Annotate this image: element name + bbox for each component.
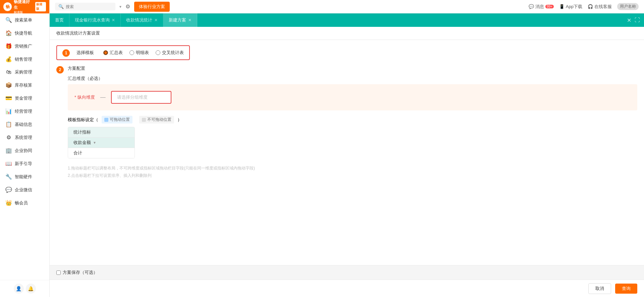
sidebar-item-quick-nav[interactable]: 🏠 快捷导航 xyxy=(0,27,49,40)
metrics-close-paren: ） xyxy=(177,117,182,123)
sidebar-item-member[interactable]: 👑 畅会员 xyxy=(0,196,49,209)
sidebar-item-guide[interactable]: 📖 新手引导 xyxy=(0,157,49,170)
save-checkbox[interactable] xyxy=(56,270,61,275)
metrics-section: 模板指标设定（ 可拖动位置 不可拖动位置 ） xyxy=(68,116,637,159)
search-chevron-icon[interactable]: ▾ xyxy=(119,4,121,9)
arrow-icon: — xyxy=(100,94,106,100)
sidebar-item-corp[interactable]: 🏢 企业协同 xyxy=(0,144,49,157)
sidebar-user-icon[interactable]: 👤 xyxy=(14,284,24,294)
template-selector: 1 选择模板 汇总表 明细表 交叉统计表 xyxy=(56,45,190,60)
radio-cross-input[interactable] xyxy=(156,50,160,55)
tab-close-all-icon[interactable]: ✕ xyxy=(627,17,631,23)
sidebar-item-label: 企业协同 xyxy=(15,148,32,154)
sidebar-item-label: 搜索菜单 xyxy=(15,17,32,23)
col-header-label: 收款金额 xyxy=(73,140,91,146)
content-area: 收款情况统计方案设置 1 选择模板 汇总表 明细表 xyxy=(50,27,644,280)
cancel-button[interactable]: 取消 xyxy=(588,283,611,294)
tabbar: 首页 现金银行流水查询 ✕ 收款情况统计 ✕ 新建方案 ✕ ✕ ⛶ xyxy=(50,13,644,27)
standard-badge: 标准版 xyxy=(35,2,46,11)
metrics-table-header: 统计指标 xyxy=(68,127,135,138)
sidebar-item-basic-info[interactable]: 📋 基础信息 xyxy=(0,118,49,131)
headset-icon: 🎧 xyxy=(588,4,593,9)
logo-text: 畅捷通好生 标准版 xyxy=(14,0,33,15)
tab-home[interactable]: 首页 xyxy=(50,13,69,27)
notification-btn[interactable]: 💬 消息 99+ xyxy=(529,4,554,10)
tab-receipt-stat[interactable]: 收款情况统计 ✕ xyxy=(121,13,163,27)
step2-section: 2 方案配置 汇总维度（必选） * 纵向维度 — 请选择分组维度 xyxy=(56,65,637,179)
tab-fullscreen-icon[interactable]: ⛶ xyxy=(635,17,640,23)
user-info[interactable]: 用户名称 xyxy=(617,3,639,10)
radio-cross[interactable]: 交叉统计表 xyxy=(156,50,184,56)
dimension-area: * 纵向维度 — 请选择分组维度 xyxy=(68,84,637,110)
sidebar-item-label: 系统管理 xyxy=(15,135,32,141)
step1-badge: 1 xyxy=(62,49,70,57)
tabbar-right: ✕ ⛶ xyxy=(627,17,644,23)
tab-close-new-plan[interactable]: ✕ xyxy=(188,18,192,22)
tab-bank-flow[interactable]: 现金银行流水查询 ✕ xyxy=(69,13,121,27)
radio-cross-label: 交叉统计表 xyxy=(162,50,184,56)
sidebar-item-search-menu[interactable]: 🔍 搜索菜单 xyxy=(0,13,49,27)
stats-indicator-label: 统计指标 xyxy=(73,129,91,135)
tab-close-bank-flow[interactable]: ✕ xyxy=(112,18,115,22)
box-icon: 📦 xyxy=(5,82,12,88)
industry-btn[interactable]: 体验行业方案 xyxy=(134,2,170,12)
sidebar-item-label: 营销推广 xyxy=(15,43,32,49)
crown-icon: 👑 xyxy=(5,200,12,206)
sidebar-item-label: 畅会员 xyxy=(15,200,28,206)
col-header-row[interactable]: 收款金额 ▾ xyxy=(68,138,135,148)
chat-icon: 💬 xyxy=(5,187,12,193)
sidebar-item-finance[interactable]: 💳 资金管理 xyxy=(0,92,49,105)
search-menu-icon: 🔍 xyxy=(5,17,12,23)
shopping-icon: 🛍 xyxy=(5,69,12,75)
sidebar-item-system[interactable]: ⚙ 系统管理 xyxy=(0,131,49,144)
online-service-btn[interactable]: 🎧 在线客服 xyxy=(588,4,612,10)
sidebar-item-label: 经营管理 xyxy=(15,108,32,114)
sidebar: 畅 畅捷通好生 标准版 标准版 🔍 搜索菜单 🏠 快捷导航 🎁 营销推广 💰 销… xyxy=(0,0,50,297)
chart-icon: 📊 xyxy=(5,108,12,114)
building-icon: 🏢 xyxy=(5,147,12,154)
sidebar-bottom: 👤 🔔 xyxy=(0,280,49,297)
main-area: 🔍 ▾ ⚙ 体验行业方案 💬 消息 99+ 📱 App下载 🎧 在线客服 用户名… xyxy=(50,0,644,297)
wrench-icon: 🔧 xyxy=(5,174,12,180)
col-header-chevron-icon[interactable]: ▾ xyxy=(94,140,96,145)
tab-new-plan[interactable]: 新建方案 ✕ xyxy=(163,13,197,27)
page-body: 1 选择模板 汇总表 明细表 交叉统计表 xyxy=(50,40,644,265)
radio-detail[interactable]: 明细表 xyxy=(129,50,149,56)
radio-detail-input[interactable] xyxy=(129,50,134,55)
logo-icon: 畅 xyxy=(3,2,12,11)
query-button[interactable]: 查询 xyxy=(615,284,637,294)
tips-section: 1.拖动标题栏可以调整布局，不可跨维度或指标区域拖动栏目字段(只能在同一维度或指… xyxy=(68,165,637,179)
sidebar-item-sales[interactable]: 💰 销售管理 xyxy=(0,53,49,66)
save-label: 方案保存（可选） xyxy=(63,269,98,276)
save-checkbox-label[interactable]: 方案保存（可选） xyxy=(56,269,98,276)
topbar: 🔍 ▾ ⚙ 体验行业方案 💬 消息 99+ 📱 App下载 🎧 在线客服 用户名… xyxy=(50,0,644,13)
sidebar-item-inventory[interactable]: 📦 库存核算 xyxy=(0,79,49,92)
sidebar-item-label: 采购管理 xyxy=(15,69,32,75)
sidebar-item-hardware[interactable]: 🔧 智能硬件 xyxy=(0,170,49,183)
settings-icon[interactable]: ⚙ xyxy=(125,3,130,10)
sidebar-item-marketing[interactable]: 🎁 营销推广 xyxy=(0,40,49,53)
sidebar-nav: 🔍 搜索菜单 🏠 快捷导航 🎁 营销推广 💰 销售管理 🛍 采购管理 📦 库存核… xyxy=(0,13,49,280)
search-box[interactable]: 🔍 xyxy=(55,3,115,10)
app-download-btn[interactable]: 📱 App下载 xyxy=(559,4,582,10)
dimension-placeholder: 请选择分组维度 xyxy=(117,94,148,100)
list-icon: 📋 xyxy=(5,121,12,128)
app-icon: 📱 xyxy=(559,4,565,9)
step2-badge: 2 xyxy=(56,66,64,73)
radio-summary-input[interactable] xyxy=(103,50,108,55)
dimension-selector[interactable]: 请选择分组维度 xyxy=(111,91,171,104)
sidebar-item-label: 企业微信 xyxy=(15,187,32,193)
metrics-table: 统计指标 收款金额 ▾ 合计 xyxy=(68,127,135,158)
sidebar-item-wechat[interactable]: 💬 企业微信 xyxy=(0,183,49,196)
radio-summary[interactable]: 汇总表 xyxy=(103,50,123,56)
message-icon: 💬 xyxy=(529,4,534,9)
sidebar-item-purchase[interactable]: 🛍 采购管理 xyxy=(0,66,49,79)
tab-close-receipt-stat[interactable]: ✕ xyxy=(154,18,158,22)
radio-summary-label: 汇总表 xyxy=(110,50,123,56)
search-icon: 🔍 xyxy=(58,4,64,9)
sidebar-item-operation[interactable]: 📊 经营管理 xyxy=(0,105,49,118)
step1-title: 选择模板 xyxy=(76,50,94,56)
sidebar-notify-icon[interactable]: 🔔 xyxy=(26,284,36,294)
search-input[interactable] xyxy=(66,4,109,9)
sidebar-logo: 畅 畅捷通好生 标准版 标准版 xyxy=(0,0,49,13)
